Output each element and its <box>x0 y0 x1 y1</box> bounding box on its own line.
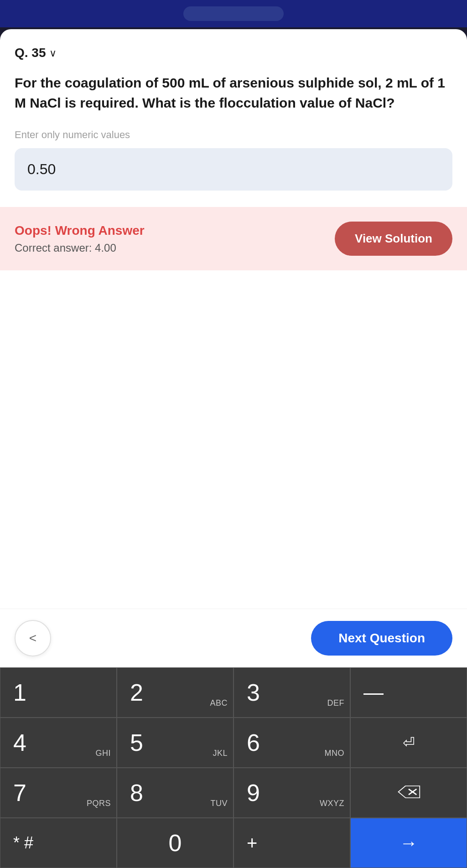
correct-answer-label: Correct answer: 4.00 <box>15 242 145 254</box>
view-solution-button[interactable]: View Solution <box>335 222 452 256</box>
key-7[interactable]: 7 PQRS <box>0 768 117 818</box>
question-text: For the coagulation of 500 mL of arsenio… <box>15 73 452 113</box>
key-0[interactable]: 0 <box>117 818 234 868</box>
backspace-icon <box>397 783 420 803</box>
key-minus[interactable]: — <box>350 667 467 718</box>
key-backspace[interactable] <box>350 768 467 818</box>
navigation-section: < Next Question <box>0 609 467 667</box>
answer-input[interactable]: 0.50 <box>15 148 452 191</box>
key-4[interactable]: 4 GHI <box>0 718 117 768</box>
wrong-answer-label: Oops! Wrong Answer <box>15 223 145 238</box>
key-9[interactable]: 9 WXYZ <box>234 768 350 818</box>
key-plus[interactable]: + <box>234 818 350 868</box>
key-6[interactable]: 6 MNO <box>234 718 350 768</box>
key-3[interactable]: 3 DEF <box>234 667 350 718</box>
chevron-down-icon[interactable]: ∨ <box>49 47 57 59</box>
result-left: Oops! Wrong Answer Correct answer: 4.00 <box>15 223 145 254</box>
input-label: Enter only numeric values <box>15 129 452 141</box>
key-return[interactable]: ⏎ <box>350 718 467 768</box>
keyboard: 1 2 ABC 3 DEF — 4 GHI 5 JKL 6 MNO ⏎ 7 PQ… <box>0 667 467 868</box>
key-2[interactable]: 2 ABC <box>117 667 234 718</box>
key-8[interactable]: 8 TUV <box>117 768 234 818</box>
key-1[interactable]: 1 <box>0 667 117 718</box>
question-number: Q. 35 <box>15 46 46 60</box>
key-arrow-right[interactable]: → <box>350 818 467 868</box>
top-bar <box>0 0 467 27</box>
return-icon: ⏎ <box>403 734 415 751</box>
main-content: Q. 35 ∨ For the coagulation of 500 mL of… <box>0 29 467 609</box>
arrow-right-icon: → <box>400 833 418 853</box>
top-bar-pill <box>183 6 284 21</box>
question-header: Q. 35 ∨ <box>15 46 452 60</box>
next-question-button[interactable]: Next Question <box>311 621 452 656</box>
result-section: Oops! Wrong Answer Correct answer: 4.00 … <box>0 207 467 270</box>
key-5[interactable]: 5 JKL <box>117 718 234 768</box>
key-star-hash[interactable]: * # <box>0 818 117 868</box>
back-button[interactable]: < <box>15 620 51 656</box>
